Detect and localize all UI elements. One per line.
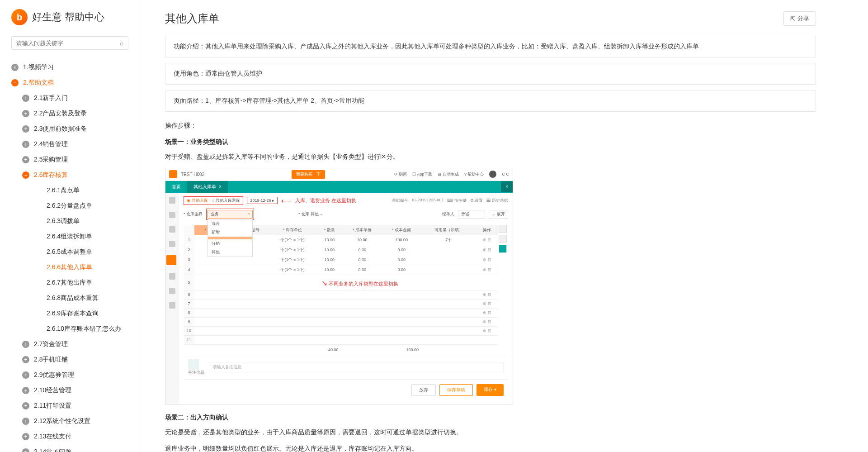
nav-2-14[interactable]: +2.14常见问题 (22, 444, 128, 452)
ss-nav-icon[interactable] (169, 288, 175, 294)
ss-dd-opt[interactable]: 新增 (208, 228, 252, 237)
ss-tab-home[interactable]: 首页 (165, 181, 187, 193)
nav-2-10[interactable]: +2.10经营管理 (22, 383, 128, 398)
ss-nav-icon[interactable] (169, 302, 175, 309)
nav-help-docs[interactable]: −2.帮助文档 (11, 75, 128, 90)
ss-refresh-link[interactable]: ⟳ 刷新 (394, 171, 407, 177)
role-box: 使用角色：通常由仓管人员维护 (165, 63, 816, 85)
ss-memo-label: 备注信息 (188, 370, 204, 376)
ss-app-link[interactable]: ☐ App下载 (412, 171, 432, 177)
nav-2-6-6[interactable]: 2.6.6其他入库单 (47, 260, 128, 275)
nav-2-6-1[interactable]: 2.6.1盘点单 (47, 183, 128, 198)
ss-dropdown-list: 混合 新增 分销 其他 (208, 219, 253, 257)
minus-icon: − (22, 171, 29, 179)
ss-expand-button[interactable]: ⌄ 展开 (489, 210, 508, 219)
ss-nav-icon-active[interactable] (166, 255, 176, 265)
nav-2-4[interactable]: +2.4销售管理 (22, 137, 128, 152)
nav-2-6-4[interactable]: 2.6.4组装拆卸单 (47, 229, 128, 244)
nav-2-5[interactable]: +2.5采购管理 (22, 152, 128, 167)
search-icon[interactable]: ⌕ (120, 39, 123, 47)
plus-icon: + (22, 156, 29, 163)
nav-2-6-7[interactable]: 2.6.7其他出库单 (47, 275, 128, 290)
nav-2-3[interactable]: +2.3使用前数据准备 (22, 121, 128, 137)
ss-history-link[interactable]: ☰ 历史单据 (486, 198, 508, 204)
plus-icon: + (22, 371, 29, 379)
ss-tab-other-in[interactable]: 其他入库单× (187, 181, 228, 193)
nav-2-9[interactable]: +2.9优惠券管理 (22, 367, 128, 383)
ss-save-button[interactable]: 保存 ▾ (476, 384, 504, 396)
ss-biz-type-dropdown[interactable]: 业务 ⌄ 混合 新增 分销 其他 (206, 209, 254, 220)
ss-dd-opt[interactable]: 混合 (208, 219, 252, 228)
table-row[interactable]: 9⊕ ⊟ (184, 317, 498, 326)
table-row[interactable]: 6⊕ ⊟ (184, 290, 498, 299)
nav-2-13[interactable]: +2.13在线支付 (22, 429, 128, 444)
ss-draft-button[interactable]: 保存草稿 (439, 384, 473, 396)
nav-2-12[interactable]: +2.12系统个性化设置 (22, 414, 128, 429)
ss-nav-icon[interactable] (169, 273, 175, 280)
ss-fastkey-link[interactable]: ⌨ 快捷键 (447, 198, 467, 204)
ss-nav-icon[interactable] (169, 226, 175, 233)
nav-2-2[interactable]: +2.2产品安装及登录 (22, 106, 128, 121)
nav-video-learning[interactable]: +1.视频学习 (11, 60, 128, 75)
ss-radio-out[interactable]: ○ 其他入库退库 (212, 198, 241, 204)
table-row[interactable]: 10⊕ ⊟ (184, 326, 498, 335)
nav-2-6-10[interactable]: 2.6.10库存账本错了怎么办 (47, 321, 128, 337)
ss-op-label: 经手人 (442, 211, 454, 217)
table-row[interactable]: 5↘ 不同业务的入库类型在这里切换 (184, 275, 498, 290)
ss-tool-icon[interactable] (499, 235, 507, 243)
ss-date-field[interactable]: 2019-12-26 ▸ (247, 197, 278, 204)
table-row[interactable]: 7⊕ ⊟ (184, 299, 498, 308)
ss-biz-input[interactable]: 业务 (208, 210, 253, 219)
plus-icon: + (11, 64, 19, 71)
ss-close-all[interactable]: × (501, 181, 513, 192)
ss-avatar-icon[interactable] (489, 171, 496, 178)
site-title: 好生意 帮助中心 (32, 10, 104, 24)
ss-memo-input[interactable]: 请输入备注信息 (209, 362, 504, 372)
nav-2-1[interactable]: +2.1新手入门 (22, 90, 128, 106)
nav-2-6[interactable]: −2.6库存核算 (22, 167, 128, 183)
nav-2-6-8[interactable]: 2.6.8商品成本重算 (47, 290, 128, 306)
ss-discard-button[interactable]: 放弃 (411, 384, 436, 396)
table-row[interactable]: 8⊕ ⊟ (184, 308, 498, 317)
nav-2-11[interactable]: +2.11打印设置 (22, 398, 128, 414)
ss-radio-in[interactable]: ◉ 其他入库 (187, 198, 208, 204)
search-input[interactable] (16, 40, 120, 47)
ss-dd-opt[interactable]: 分销 (208, 239, 252, 248)
nav-2-6-2[interactable]: 2.6.2分量盘点单 (47, 198, 128, 214)
plus-icon: + (22, 141, 29, 148)
ss-wh-field: * 仓库 其他 ⌄ (298, 211, 323, 217)
ss-op-field[interactable]: 曾诚 (458, 210, 485, 219)
ss-nav-icon[interactable] (169, 241, 175, 247)
steps-label: 操作步骤： (165, 122, 816, 130)
search-box[interactable]: ⌕ (11, 36, 128, 50)
share-button[interactable]: ⇱分享 (783, 11, 816, 26)
plus-icon: + (22, 110, 29, 117)
table-row[interactable]: 4个(1个 = 1个)10.000.000.00⊕ ⊟ (184, 265, 498, 275)
ss-gen-link[interactable]: ⊞ 自动生成 (438, 171, 459, 177)
th-qty: * 数量 (316, 225, 343, 235)
ss-type-toggle[interactable]: ◉ 其他入库 ○ 其他入库退库 (184, 196, 243, 205)
nav-2-7[interactable]: +2.7资金管理 (22, 337, 128, 352)
nav-2-8[interactable]: +2.8手机旺铺 (22, 352, 128, 367)
nav-2-6-9[interactable]: 2.6.9库存账本查询 (47, 306, 128, 321)
close-icon[interactable]: × (219, 184, 222, 189)
table-row[interactable]: 11 (184, 335, 498, 344)
ss-nav-icon[interactable] (169, 212, 175, 218)
plus-icon: + (22, 448, 29, 452)
ss-buy-button[interactable]: 我要购买一下 (292, 170, 325, 179)
th-num (184, 225, 194, 235)
ss-logo-icon (169, 170, 177, 178)
plus-icon: + (22, 125, 29, 133)
th-unit: * 库存单位 (269, 225, 316, 235)
share-icon: ⇱ (790, 15, 795, 22)
ss-settings-link[interactable]: ⚙ 设置 (470, 198, 483, 204)
ss-nav-icon[interactable] (169, 197, 175, 204)
ss-leftbar (165, 193, 179, 404)
ss-dd-opt[interactable]: 其他 (208, 248, 252, 257)
ss-tool-icon-active[interactable] (499, 245, 507, 253)
nav-2-6-5[interactable]: 2.6.5成本调整单 (47, 244, 128, 260)
ss-help-link[interactable]: ? 帮助中心 (464, 171, 484, 177)
nav-2-6-3[interactable]: 2.6.3调拨单 (47, 214, 128, 229)
ss-tool-icon[interactable] (499, 225, 507, 233)
sidebar: b 好生意 帮助中心 ⌕ +1.视频学习 −2.帮助文档 +2.1新手入门 +2… (0, 0, 140, 452)
